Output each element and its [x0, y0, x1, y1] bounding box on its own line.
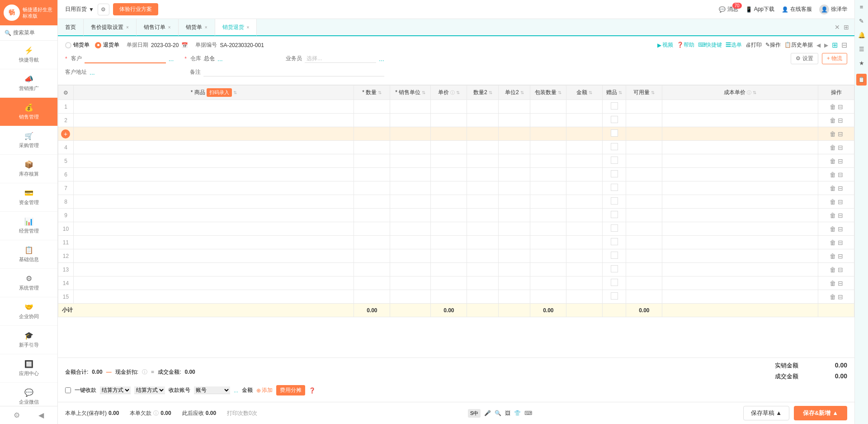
- amount-cell-13[interactable]: [566, 263, 603, 276]
- qty-cell-13[interactable]: [354, 263, 390, 276]
- price-cell-1[interactable]: [431, 100, 467, 114]
- unit-cell-12[interactable]: [390, 249, 431, 263]
- available-cell-2[interactable]: [626, 114, 662, 127]
- sidebar-item-finance[interactable]: 💳 资金管理: [0, 183, 57, 212]
- delete-row-12[interactable]: 🗑: [830, 252, 836, 260]
- price-cell-2[interactable]: [431, 114, 467, 127]
- unit-cell-3[interactable]: [390, 127, 431, 141]
- available-cell-13[interactable]: [626, 263, 662, 276]
- fee-split-button[interactable]: 费用分摊: [276, 385, 305, 395]
- product-input-5[interactable]: [76, 158, 351, 164]
- online-service-link[interactable]: 👤 在线客服: [782, 5, 812, 13]
- gift-checkbox-2[interactable]: [611, 116, 618, 123]
- gift-cell-13[interactable]: [603, 263, 626, 276]
- address-picker[interactable]: ...: [90, 69, 95, 76]
- account-select[interactable]: 账号: [194, 386, 230, 394]
- product-cell-8[interactable]: [74, 195, 354, 209]
- product-cell-6[interactable]: [74, 168, 354, 181]
- customer-picker[interactable]: ...: [169, 55, 174, 62]
- add-fee-button[interactable]: ⊕ 添加: [256, 386, 273, 394]
- nav-settings-btn[interactable]: ⚙: [98, 4, 109, 15]
- operation-link[interactable]: ✎操作: [765, 41, 781, 49]
- gift-cell-8[interactable]: [603, 195, 626, 209]
- qty-cell-7[interactable]: [354, 181, 390, 195]
- gift-checkbox-14[interactable]: [611, 279, 618, 286]
- available-cell-5[interactable]: [626, 154, 662, 168]
- product-input-10[interactable]: [76, 226, 351, 232]
- product-input-6[interactable]: [76, 172, 351, 178]
- product-cell-9[interactable]: [74, 209, 354, 222]
- trial-button[interactable]: 体验行业方案: [113, 3, 158, 15]
- sidebar-item-sales[interactable]: 💰 销售管理: [0, 98, 57, 126]
- sidebar-item-quicknav[interactable]: ⚡ 快捷导航: [0, 41, 57, 69]
- account-dots[interactable]: ...: [234, 387, 238, 394]
- unit-cell-2[interactable]: [390, 114, 431, 127]
- qty-cell-11[interactable]: [354, 236, 390, 249]
- packqty-cell-15[interactable]: [530, 290, 566, 304]
- unit2-cell-14[interactable]: [499, 276, 530, 290]
- qty-sort[interactable]: ⇅: [378, 90, 382, 95]
- cost-cell-4[interactable]: [662, 141, 818, 154]
- gift-checkbox-10[interactable]: [611, 224, 618, 232]
- qty2-cell-11[interactable]: [467, 236, 499, 249]
- product-input-15[interactable]: [76, 294, 351, 300]
- pack-sort[interactable]: ⇅: [558, 90, 561, 95]
- qty2-cell-7[interactable]: [467, 181, 499, 195]
- cost-sort[interactable]: ⇅: [753, 90, 756, 95]
- tool-search-icon[interactable]: 🔍: [495, 410, 501, 416]
- gift-cell-6[interactable]: [603, 168, 626, 181]
- available-cell-12[interactable]: [626, 249, 662, 263]
- product-input-7[interactable]: [76, 185, 351, 191]
- product-cell-3[interactable]: [74, 127, 354, 141]
- available-cell-10[interactable]: [626, 222, 662, 236]
- qty-cell-9[interactable]: [354, 209, 390, 222]
- gift-cell-14[interactable]: [603, 276, 626, 290]
- select-link[interactable]: ☰选单: [726, 41, 742, 49]
- delete-row-1[interactable]: 🗑: [830, 103, 836, 110]
- qty2-cell-14[interactable]: [467, 276, 499, 290]
- unit2-sort[interactable]: ⇅: [520, 90, 524, 95]
- packqty-cell-2[interactable]: [530, 114, 566, 127]
- product-input-8[interactable]: [76, 199, 351, 205]
- copy-row-1[interactable]: ⊟: [838, 103, 843, 110]
- available-cell-7[interactable]: [626, 181, 662, 195]
- price-cell-4[interactable]: [431, 141, 467, 154]
- delete-row-6[interactable]: 🗑: [830, 171, 836, 178]
- unit2-cell-10[interactable]: [499, 222, 530, 236]
- copy-row-9[interactable]: ⊟: [838, 212, 843, 219]
- price-cell-13[interactable]: [431, 263, 467, 276]
- amount-cell-5[interactable]: [566, 154, 603, 168]
- video-link[interactable]: ▶视频: [657, 41, 673, 49]
- qty2-cell-3[interactable]: [467, 127, 499, 141]
- unit-cell-13[interactable]: [390, 263, 431, 276]
- cost-cell-13[interactable]: [662, 263, 818, 276]
- unit2-cell-6[interactable]: [499, 168, 530, 181]
- amount-cell-14[interactable]: [566, 276, 603, 290]
- product-cell-4[interactable]: [74, 141, 354, 154]
- packqty-cell-6[interactable]: [530, 168, 566, 181]
- product-cell-10[interactable]: [74, 222, 354, 236]
- prev-icon[interactable]: ◀: [816, 42, 821, 48]
- sidebar-item-operations[interactable]: 📊 经营管理: [0, 212, 57, 240]
- settlement-method-select[interactable]: 结算方式: [100, 386, 131, 394]
- product-cell-14[interactable]: [74, 276, 354, 290]
- gift-cell-7[interactable]: [603, 181, 626, 195]
- gift-checkbox-7[interactable]: [611, 184, 618, 191]
- price-cell-11[interactable]: [431, 236, 467, 249]
- price-cell-5[interactable]: [431, 154, 467, 168]
- product-input-9[interactable]: [76, 212, 351, 219]
- search-menu[interactable]: 🔍 搜索菜单: [0, 25, 57, 41]
- packqty-cell-7[interactable]: [530, 181, 566, 195]
- gift-cell-12[interactable]: [603, 249, 626, 263]
- delete-row-15[interactable]: 🗑: [830, 293, 836, 300]
- qty-cell-3[interactable]: [354, 127, 390, 141]
- unit-cell-11[interactable]: [390, 236, 431, 249]
- copy-row-3[interactable]: ⊟: [838, 130, 843, 138]
- unit-cell-4[interactable]: [390, 141, 431, 154]
- copy-row-11[interactable]: ⊟: [838, 239, 843, 246]
- packqty-cell-14[interactable]: [530, 276, 566, 290]
- app-download-link[interactable]: 📱 App下载: [745, 5, 774, 13]
- qty-cell-2[interactable]: [354, 114, 390, 127]
- unit2-cell-9[interactable]: [499, 209, 530, 222]
- price-cell-14[interactable]: [431, 276, 467, 290]
